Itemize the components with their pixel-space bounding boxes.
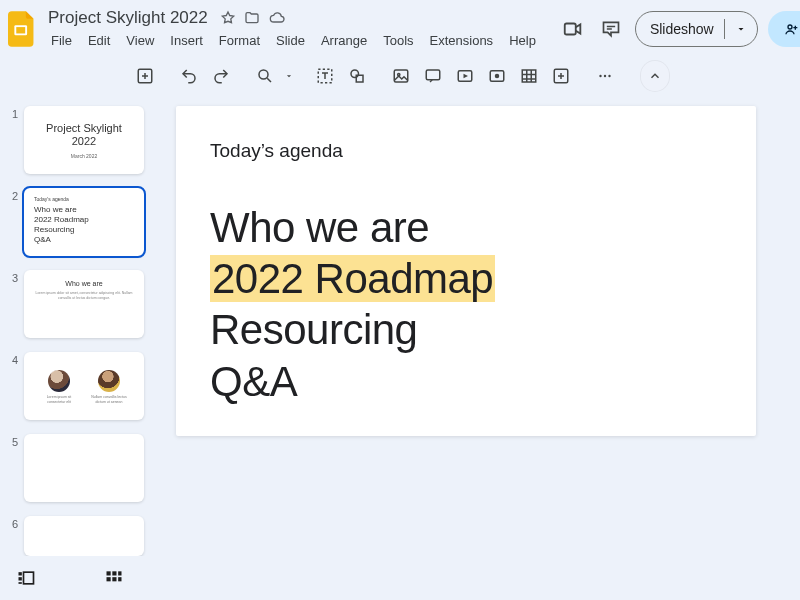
svg-rect-21 — [19, 577, 22, 580]
slideshow-label: Slideshow — [650, 21, 714, 37]
cloud-status-icon[interactable] — [268, 10, 286, 26]
svg-point-19 — [608, 75, 610, 77]
chevron-down-icon[interactable] — [729, 23, 753, 35]
svg-rect-2 — [565, 24, 576, 35]
work-area: 1Project Skylight2022March 20222Today's … — [0, 100, 800, 556]
svg-rect-23 — [24, 572, 34, 584]
undo-icon[interactable] — [174, 61, 204, 91]
comments-icon[interactable] — [597, 15, 625, 43]
table-icon[interactable] — [514, 61, 544, 91]
thumb-number: 3 — [4, 270, 18, 284]
svg-point-7 — [351, 70, 359, 78]
slide-thumbnail[interactable]: Lorem ipsum sit consectetur elitNullam c… — [24, 352, 144, 420]
svg-point-17 — [599, 75, 601, 77]
svg-rect-27 — [107, 577, 111, 581]
shape-icon[interactable] — [342, 61, 372, 91]
agenda-item[interactable]: Resourcing — [210, 304, 722, 355]
svg-point-5 — [259, 70, 268, 79]
menu-file[interactable]: File — [44, 30, 79, 51]
slides-logo-icon[interactable] — [8, 9, 36, 49]
filmstrip[interactable]: 1Project Skylight2022March 20222Today's … — [0, 100, 170, 556]
svg-point-3 — [788, 25, 792, 29]
menu-arrange[interactable]: Arrange — [314, 30, 374, 51]
slide-thumbnail[interactable]: Today's agendaWho we are2022 RoadmapReso… — [24, 188, 144, 256]
menu-tools[interactable]: Tools — [376, 30, 420, 51]
zoom-icon[interactable] — [250, 61, 280, 91]
thumb-number: 5 — [4, 434, 18, 448]
thumb-number: 1 — [4, 106, 18, 120]
menu-view[interactable]: View — [119, 30, 161, 51]
move-folder-icon[interactable] — [244, 10, 260, 26]
agenda-item[interactable]: Q&A — [210, 356, 722, 407]
filmstrip-view-icon[interactable] — [12, 564, 40, 592]
collapse-toolbar-icon[interactable] — [640, 61, 670, 91]
agenda-item[interactable]: 2022 Roadmap — [210, 253, 722, 304]
thumb-number: 6 — [4, 516, 18, 530]
more-icon[interactable] — [590, 61, 620, 91]
slide-thumbnail[interactable]: Who we areLorem ipsum dolor sit amet, co… — [24, 270, 144, 338]
menu-help[interactable]: Help — [502, 30, 543, 51]
menu-format[interactable]: Format — [212, 30, 267, 51]
header-actions: Slideshow Share — [559, 11, 800, 47]
slide-thumbnail[interactable] — [24, 434, 144, 502]
canvas-area[interactable]: Today’s agenda Who we are2022 RoadmapRes… — [170, 100, 800, 556]
menu-edit[interactable]: Edit — [81, 30, 117, 51]
svg-rect-11 — [426, 70, 440, 80]
svg-rect-20 — [19, 572, 22, 575]
title-column: Project Skylight 2022 FileEditViewInsert… — [44, 7, 543, 51]
star-icon[interactable] — [220, 10, 236, 26]
record-icon[interactable] — [482, 61, 512, 91]
svg-point-18 — [604, 75, 606, 77]
toolbar-wrap — [0, 52, 800, 104]
agenda-item[interactable]: Who we are — [210, 202, 722, 253]
share-icon — [784, 21, 800, 37]
svg-rect-28 — [112, 577, 116, 581]
slide-thumbnail[interactable] — [24, 516, 144, 556]
meet-icon[interactable] — [559, 15, 587, 43]
redo-icon[interactable] — [206, 61, 236, 91]
menubar: FileEditViewInsertFormatSlideArrangeTool… — [44, 30, 543, 51]
toolbar — [124, 58, 676, 94]
slide-heading[interactable]: Today’s agenda — [210, 140, 722, 162]
grid-view-icon[interactable] — [100, 564, 128, 592]
svg-rect-22 — [19, 582, 22, 584]
comment-insert-icon[interactable] — [418, 61, 448, 91]
svg-rect-15 — [522, 70, 536, 82]
new-slide-icon[interactable] — [130, 61, 160, 91]
menu-slide[interactable]: Slide — [269, 30, 312, 51]
svg-rect-29 — [118, 577, 121, 581]
menu-insert[interactable]: Insert — [163, 30, 210, 51]
image-icon[interactable] — [386, 61, 416, 91]
slideshow-button[interactable]: Slideshow — [635, 11, 758, 47]
titlebar: Project Skylight 2022 FileEditViewInsert… — [0, 0, 800, 52]
svg-rect-9 — [394, 70, 408, 82]
thumb-number: 4 — [4, 352, 18, 366]
svg-rect-24 — [107, 571, 111, 575]
share-button[interactable]: Share — [768, 11, 800, 47]
menu-extensions[interactable]: Extensions — [423, 30, 501, 51]
add-box-icon[interactable] — [546, 61, 576, 91]
svg-point-14 — [495, 74, 500, 79]
bottombar — [0, 556, 140, 600]
svg-rect-26 — [118, 571, 121, 575]
svg-rect-25 — [112, 571, 116, 575]
textbox-icon[interactable] — [310, 61, 340, 91]
video-icon[interactable] — [450, 61, 480, 91]
slide-body[interactable]: Who we are2022 RoadmapResourcingQ&A — [210, 202, 722, 407]
slide-thumbnail[interactable]: Project Skylight2022March 2022 — [24, 106, 144, 174]
zoom-dropdown-icon[interactable] — [282, 61, 296, 91]
slide-canvas[interactable]: Today’s agenda Who we are2022 RoadmapRes… — [176, 106, 756, 436]
document-title[interactable]: Project Skylight 2022 — [44, 7, 212, 29]
thumb-number: 2 — [4, 188, 18, 202]
svg-rect-1 — [16, 27, 25, 33]
